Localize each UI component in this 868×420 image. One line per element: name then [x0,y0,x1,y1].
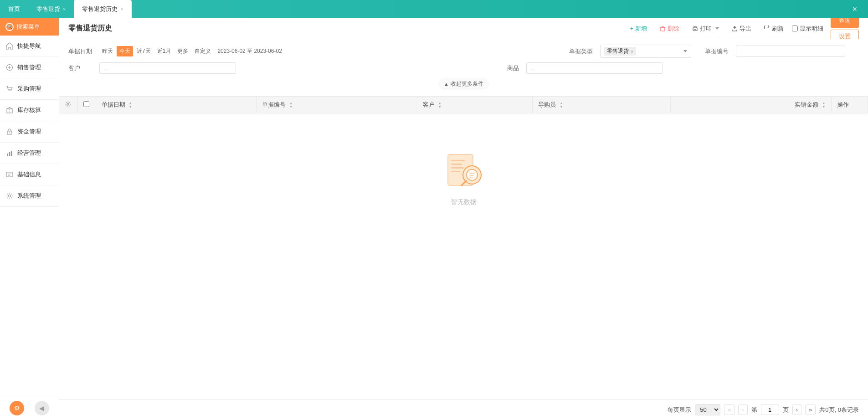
per-page-select[interactable]: 50 20 100 [695,404,720,415]
sidebar-item-finance[interactable]: 资金管理 [0,121,59,143]
svg-point-13 [67,103,69,105]
gear-icon [5,192,14,200]
sidebar-search[interactable]: 🔍 搜索菜单 [0,18,59,36]
empty-state: 暂无数据 [59,113,868,243]
doc-type-tag-remove[interactable]: × [631,49,633,54]
date-btn-more[interactable]: 更多 [175,46,191,56]
first-page-button[interactable]: « [724,405,734,415]
th-doc-date-label: 单据日期 [102,101,125,108]
sidebar-item-business-label: 经营管理 [17,149,41,157]
date-filter-label: 单据日期 [68,47,96,56]
th-guide[interactable]: 导购员 ▲ ▼ [533,97,671,113]
goods-label: 商品 [507,64,519,72]
page-title: 零售退货历史 [68,24,112,33]
new-button[interactable]: + 新增 [626,22,652,35]
svg-rect-17 [451,167,464,169]
refresh-button[interactable]: 刷新 [760,22,788,35]
sidebar-item-inventory[interactable]: 库存核算 [0,100,59,121]
th-amount[interactable]: 实销金额 ▲ ▼ [671,97,832,113]
th-doc-number[interactable]: 单据编号 ▲ ▼ [257,97,417,113]
customer-sort: ▲ ▼ [438,102,442,109]
display-detail-input[interactable] [792,26,798,31]
sidebar-item-sales-mgmt[interactable]: 销售管理 [0,57,59,78]
svg-point-10 [9,195,11,197]
date-btn-custom[interactable]: 自定义 [192,46,214,56]
sidebar-item-business[interactable]: 经营管理 [0,143,59,164]
sidebar-item-quick-nav[interactable]: 快捷导航 [0,36,59,57]
customer-input[interactable] [99,62,236,74]
sidebar-bottom: ⚙ ◀ [0,396,59,420]
th-doc-date[interactable]: 单据日期 ▲ ▼ [96,97,257,113]
export-button[interactable]: 导出 [727,22,756,35]
print-chevron-icon [715,27,719,30]
date-btn-7days[interactable]: 近7天 [134,46,154,56]
th-checkbox[interactable] [77,97,96,113]
query-button[interactable]: 查询 [831,18,859,28]
last-page-button[interactable]: » [805,405,816,415]
empty-text: 暂无数据 [451,198,477,206]
chart-icon [5,149,14,157]
doc-date-sort: ▲ ▼ [128,102,132,109]
data-table-container: 单据日期 ▲ ▼ 单据编号 ▲ ▼ [59,97,868,399]
doc-type-chevron-icon [683,50,687,52]
svg-point-2 [10,90,11,91]
page-suffix: 页 [783,406,789,414]
goods-input[interactable] [526,62,663,74]
svg-rect-7 [9,152,10,156]
sidebar-item-purchase-mgmt-label: 采购管理 [17,85,41,93]
th-doc-number-label: 单据编号 [262,101,286,108]
main-layout: 🔍 搜索菜单 快捷导航 销售管理 [0,18,868,420]
tab-home[interactable]: 首页 [0,0,28,18]
collapse-up-icon: ▲ [444,81,449,87]
app-close-button[interactable]: × [848,3,861,16]
th-customer-label: 客户 [423,101,435,108]
svg-rect-6 [7,154,8,156]
date-range-display: 2023-06-02 至 2023-06-02 [215,46,284,56]
tab-retail-return-history[interactable]: 零售退货历史 × [74,0,131,18]
total-label: 共0页, 0条记录 [819,406,859,414]
sidebar-search-label: 搜索菜单 [16,23,40,31]
empty-icon [441,150,487,191]
select-all-checkbox[interactable] [83,101,89,107]
doc-type-label: 单据类型 [569,47,593,56]
sidebar-item-basic-info[interactable]: 基础信息 [0,164,59,185]
tab-home-label: 首页 [8,5,20,13]
tab-bar: 首页 零售退货 × 零售退货历史 × [0,0,848,18]
per-page-label: 每页显示 [668,406,691,414]
page-number-input[interactable] [761,405,779,415]
collapse-button[interactable]: ▲ 收起更多条件 [438,78,489,90]
th-settings[interactable] [59,97,77,113]
tab-retail-return-close[interactable]: × [63,6,66,12]
svg-rect-18 [451,171,460,172]
date-btn-yesterday[interactable]: 昨天 [99,46,116,56]
tab-retail-return-history-close[interactable]: × [120,6,123,12]
doc-type-select[interactable]: 零售退货 × [600,45,691,58]
settings-bottom-button[interactable]: ⚙ [10,401,24,415]
delete-button[interactable]: 删除 [655,22,684,35]
refresh-icon [764,26,770,31]
date-btn-today[interactable]: 今天 [117,46,133,56]
sidebar-nav: 快捷导航 销售管理 [0,36,59,396]
svg-rect-16 [451,164,462,165]
date-btn-1month[interactable]: 近1月 [154,46,174,56]
search-icon: 🔍 [5,23,14,31]
top-bar: 首页 零售退货 × 零售退货历史 × × [0,0,868,18]
tab-retail-return[interactable]: 零售退货 × [28,0,74,18]
print-button[interactable]: 打印 [688,22,724,35]
th-guide-label: 导购员 [538,101,556,108]
sidebar-item-system[interactable]: 系统管理 [0,185,59,207]
amount-sort: ▲ ▼ [822,102,826,109]
next-page-button[interactable]: › [792,405,801,415]
th-ops: 操作 [832,97,868,113]
sound-bottom-button[interactable]: ◀ [35,401,49,415]
data-table: 单据日期 ▲ ▼ 单据编号 ▲ ▼ [59,97,868,113]
sidebar-item-finance-label: 资金管理 [17,128,41,136]
cart-icon [5,85,14,93]
sidebar-item-purchase-mgmt[interactable]: 采购管理 [0,78,59,100]
prev-page-button[interactable]: ‹ [738,405,747,415]
th-customer[interactable]: 客户 ▲ ▼ [417,97,533,113]
display-detail-checkbox[interactable]: 显示明细 [792,25,823,33]
page-label: 第 [751,406,757,414]
doc-number-input[interactable] [736,46,845,57]
doc-type-tag: 零售退货 × [604,47,636,56]
